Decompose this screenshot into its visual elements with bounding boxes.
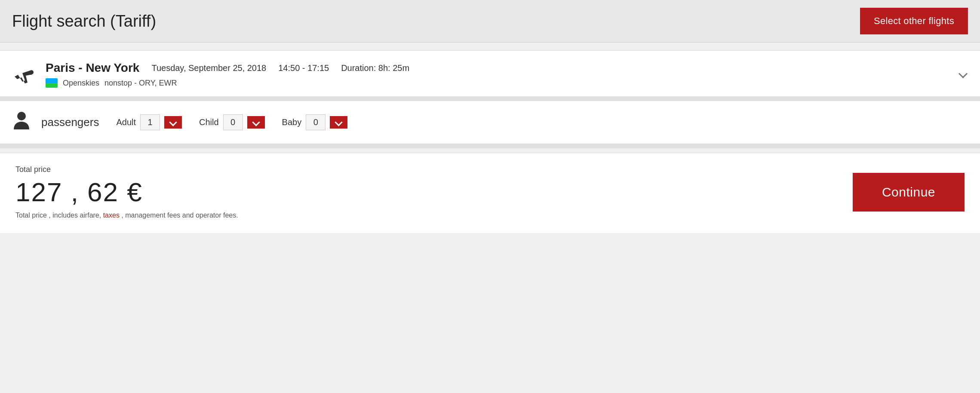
baby-passenger-group: Baby 0 [277, 114, 348, 130]
flight-details: Paris - New York Tuesday, September 25, … [46, 61, 409, 88]
price-note: Total price , includes airfare, taxes , … [15, 212, 238, 219]
total-price-label: Total price [15, 165, 238, 174]
child-passenger-group: Child 0 [194, 114, 265, 130]
child-label: Child [199, 117, 219, 127]
page-title: Flight search (Tariff) [12, 12, 156, 31]
baby-dropdown-button[interactable] [330, 116, 347, 129]
adult-label: Adult [116, 117, 136, 127]
adult-count: 1 [140, 114, 160, 130]
flight-route-detail: nonstop - ORY, EWR [104, 79, 177, 88]
plane-icon [14, 65, 36, 83]
child-dropdown-icon [252, 118, 260, 126]
passengers-section: passengers Adult 1 Child 0 Baby 0 [0, 101, 980, 144]
price-left: Total price 127 , 62 € Total price , inc… [15, 165, 238, 219]
flight-main-row: Paris - New York Tuesday, September 25, … [46, 61, 409, 75]
passengers-label: passengers [41, 116, 99, 129]
person-icon [14, 111, 29, 133]
child-count: 0 [223, 114, 243, 130]
separator [0, 97, 980, 101]
continue-button[interactable]: Continue [853, 173, 965, 212]
flight-info-section: Paris - New York Tuesday, September 25, … [0, 50, 980, 97]
separator-2 [0, 144, 980, 148]
baby-label: Baby [282, 117, 302, 127]
adult-dropdown-button[interactable] [164, 116, 182, 129]
select-other-flights-button[interactable]: Select other flights [860, 8, 968, 34]
header: Flight search (Tariff) Select other flig… [0, 0, 980, 43]
flight-sub-row: Openskies nonstop - ORY, EWR [46, 78, 409, 88]
svg-point-0 [17, 112, 26, 120]
child-dropdown-button[interactable] [247, 116, 265, 129]
flight-route: Paris - New York [46, 61, 139, 75]
taxes-link[interactable]: taxes [103, 212, 120, 219]
price-section: Total price 127 , 62 € Total price , inc… [0, 153, 980, 233]
flight-date: Tuesday, September 25, 2018 [151, 63, 266, 73]
adult-dropdown-icon [169, 118, 177, 126]
price-note-after: , management fees and operator fees. [121, 212, 238, 219]
airline-name: Openskies [63, 79, 99, 88]
adult-passenger-group: Adult 1 [111, 114, 182, 130]
flight-expand-icon[interactable] [960, 67, 966, 82]
flight-times: 14:50 - 17:15 [278, 63, 329, 73]
flight-duration: Duration: 8h: 25m [341, 63, 409, 73]
baby-count: 0 [306, 114, 326, 130]
airline-logo [46, 78, 58, 88]
price-note-before: Total price , includes airfare, [15, 212, 101, 219]
total-price-amount: 127 , 62 € [15, 177, 238, 207]
baby-dropdown-icon [335, 118, 342, 126]
flight-left: Paris - New York Tuesday, September 25, … [14, 61, 409, 88]
